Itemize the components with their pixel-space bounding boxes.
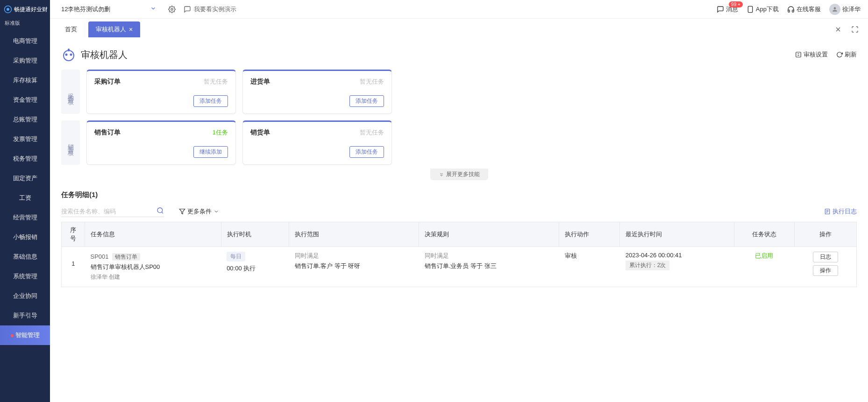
search-input[interactable] xyxy=(61,206,157,217)
card-status: 1任务 xyxy=(213,128,228,137)
column-header: 任务状态 xyxy=(734,222,795,247)
sidebar-item[interactable]: 发票管理 xyxy=(0,129,50,149)
card-title: 进货单 xyxy=(250,78,270,86)
messages-button[interactable]: 消息 99 + xyxy=(717,5,738,14)
search-icon[interactable] xyxy=(157,207,164,216)
cell-rule: 同时满足 销售订单.业务员 等于 张三 xyxy=(419,247,559,287)
sidebar-item[interactable]: 新手引导 xyxy=(0,306,50,325)
download-label: App下载 xyxy=(756,5,779,14)
table-header-row: 序号任务信息执行时机执行范围决策规则执行动作最近执行时间任务状态操作 xyxy=(62,222,857,247)
svg-rect-11 xyxy=(796,52,801,57)
sidebar-item[interactable]: 电商管理 xyxy=(0,31,50,51)
section-label: 销售审核 xyxy=(61,120,80,165)
add-task-button[interactable]: 添加任务 xyxy=(193,95,228,107)
column-header: 执行动作 xyxy=(559,222,620,247)
add-task-button[interactable]: 添加任务 xyxy=(349,146,384,158)
sidebar-item[interactable]: 资金管理 xyxy=(0,90,50,110)
tab-audit-robot[interactable]: 审核机器人 × xyxy=(88,21,140,37)
user-name: 徐泽华 xyxy=(842,5,861,14)
demo-label: 我要看实例演示 xyxy=(194,5,236,14)
row-log-button[interactable]: 日志 xyxy=(813,252,838,262)
close-icon[interactable] xyxy=(832,24,844,35)
refresh-label: 刷新 xyxy=(845,50,857,59)
task-detail-section: 任务明细(1) 更多条件 xyxy=(61,190,857,287)
sidebar-item[interactable]: 智能管理 xyxy=(0,325,50,345)
logo-icon xyxy=(4,5,12,14)
svg-point-7 xyxy=(64,50,74,61)
svg-marker-16 xyxy=(179,209,185,214)
row-operate-button[interactable]: 操作 xyxy=(813,265,838,276)
task-card: 销货单暂无任务添加任务 xyxy=(242,120,392,165)
settings-label: 审核设置 xyxy=(804,50,828,59)
cell-task-info: SP001 销售订单 销售订单审核机器人SP00 徐泽华 创建 xyxy=(91,252,216,282)
fullscreen-icon[interactable] xyxy=(849,24,861,35)
section-row: 采购审核采购订单暂无任务添加任务进货单暂无任务添加任务 xyxy=(61,70,857,114)
robot-icon xyxy=(61,47,76,62)
column-header: 操作 xyxy=(795,222,857,247)
sidebar-item[interactable]: 基础信息 xyxy=(0,247,50,267)
svg-rect-10 xyxy=(68,49,70,51)
card-title: 销货单 xyxy=(250,128,270,137)
sidebar-item[interactable]: 企业协同 xyxy=(0,286,50,306)
service-button[interactable]: 在线客服 xyxy=(787,5,821,14)
timing-tag: 每日 xyxy=(227,252,245,261)
sidebar: 畅捷通好业财 标准版 电商管理采购管理库存核算资金管理总账管理发票管理税务管理固… xyxy=(0,0,50,402)
cell-operations: 日志 操作 xyxy=(795,247,857,287)
card-title: 采购订单 xyxy=(94,78,121,86)
org-selector[interactable]: 12李艳芬测试勿删 xyxy=(57,3,160,15)
sections: 采购审核采购订单暂无任务添加任务进货单暂无任务添加任务销售审核销售订单1任务继续… xyxy=(61,70,857,165)
edition-label: 标准版 xyxy=(0,19,50,28)
task-card: 销售订单1任务继续添加 xyxy=(86,120,236,165)
card-title: 销售订单 xyxy=(94,128,121,137)
column-header: 决策规则 xyxy=(419,222,559,247)
cell-scope: 同时满足 销售订单.客户 等于 呀呀 xyxy=(289,247,419,287)
refresh-button[interactable]: 刷新 xyxy=(836,50,857,59)
task-creator: 徐泽华 创建 xyxy=(91,272,216,282)
org-name: 12李艳芬测试勿删 xyxy=(61,5,110,14)
last-exec-time: 2023-04-26 00:00:41 xyxy=(626,252,728,259)
svg-rect-3 xyxy=(748,6,752,12)
task-name: 销售订单审核机器人SP00 xyxy=(91,262,216,272)
execution-log-link[interactable]: 执行日志 xyxy=(824,207,857,216)
cell-timing: 每日 00:00 执行 xyxy=(221,247,289,287)
svg-line-15 xyxy=(162,212,163,213)
sidebar-item[interactable]: 库存核算 xyxy=(0,71,50,90)
add-task-button[interactable]: 添加任务 xyxy=(349,95,384,107)
svg-point-14 xyxy=(157,208,163,213)
user-menu[interactable]: 徐泽华 xyxy=(829,4,861,15)
download-button[interactable]: App下载 xyxy=(747,5,779,14)
column-header: 执行时机 xyxy=(221,222,289,247)
expand-more-button[interactable]: 展开更多技能 xyxy=(430,169,488,180)
product-name: 畅捷通好业财 xyxy=(14,6,48,14)
sidebar-item[interactable]: 税务管理 xyxy=(0,149,50,169)
rule-head: 同时满足 xyxy=(425,252,554,260)
tab-home[interactable]: 首页 xyxy=(57,21,85,37)
sidebar-item[interactable]: 固定资产 xyxy=(0,169,50,188)
column-header: 执行范围 xyxy=(289,222,419,247)
gear-icon[interactable] xyxy=(168,5,176,14)
add-task-button[interactable]: 继续添加 xyxy=(193,146,228,158)
close-tab-icon[interactable]: × xyxy=(129,26,133,33)
svg-point-1 xyxy=(7,8,9,11)
scope-head: 同时满足 xyxy=(295,252,413,260)
audit-settings-button[interactable]: 审核设置 xyxy=(795,50,828,59)
task-type-tag: 销售订单 xyxy=(112,253,140,261)
logo: 畅捷通好业财 xyxy=(0,0,50,19)
table-row: 1 SP001 销售订单 销售订单审核机器人SP00 徐泽华 创建 xyxy=(62,247,857,287)
sidebar-item[interactable]: 系统管理 xyxy=(0,267,50,286)
messages-badge: 99 + xyxy=(729,1,743,7)
sidebar-item[interactable]: 经营管理 xyxy=(0,208,50,227)
more-filters-button[interactable]: 更多条件 xyxy=(179,207,219,216)
avatar-icon xyxy=(829,4,840,15)
log-label: 执行日志 xyxy=(832,207,857,216)
cell-last-time: 2023-04-26 00:00:41 累计执行：2次 xyxy=(620,247,734,287)
svg-point-9 xyxy=(70,54,72,56)
cell-action: 审核 xyxy=(559,247,620,287)
demo-link[interactable]: 我要看实例演示 xyxy=(184,5,236,14)
sidebar-item[interactable]: 小畅报销 xyxy=(0,227,50,247)
sidebar-item[interactable]: 工资 xyxy=(0,188,50,208)
nav-menu: 电商管理采购管理库存核算资金管理总账管理发票管理税务管理固定资产工资经营管理小畅… xyxy=(0,28,50,402)
sidebar-item[interactable]: 总账管理 xyxy=(0,110,50,129)
search-box xyxy=(61,206,164,217)
sidebar-item[interactable]: 采购管理 xyxy=(0,51,50,71)
